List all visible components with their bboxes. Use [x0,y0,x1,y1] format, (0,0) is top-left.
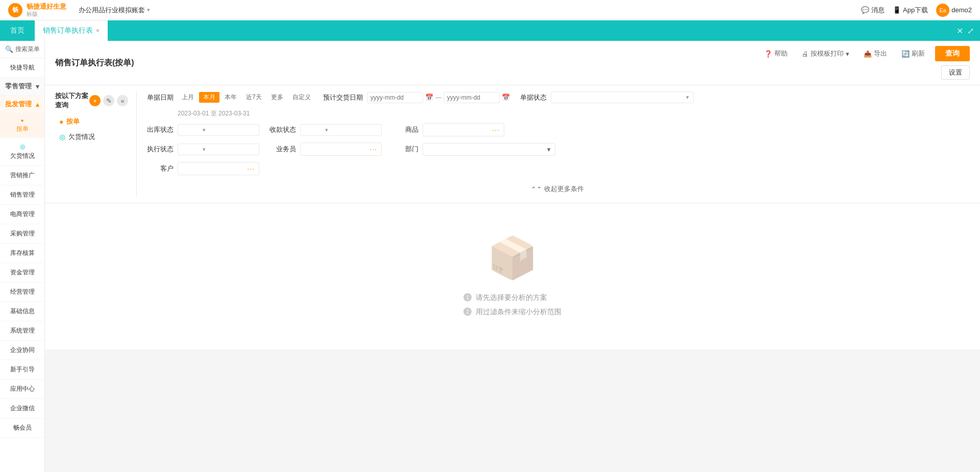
message-icon: 💬 [861,6,869,14]
collapse-sidebar-btn[interactable]: « [117,95,128,106]
filter-section-title: 按以下方案查询 [55,91,89,110]
expected-date-range: 📅 — 📅 [367,92,510,103]
help-btn[interactable]: ❓ 帮助 [760,47,792,60]
dept-arrow-icon: ▾ [547,146,551,153]
sidebar-item-guide[interactable]: 新手引导 [0,360,44,380]
app-download-btn[interactable]: 📱 App下载 [893,6,928,15]
sidebar-item-system[interactable]: 系统管理 [0,321,44,341]
calendar-end-icon: 📅 [502,93,510,101]
dept-select[interactable]: ▾ [423,143,555,156]
empty-tips: 1 请先选择要分析的方案 2 用过滤条件来缩小分析范围 [463,290,561,319]
status-select[interactable]: ▾ [551,91,694,103]
filter-row-2: 出库状态 ▾ 收款状态 ▾ [145,123,970,136]
refresh-btn[interactable]: 🔄 刷新 [897,47,929,60]
refresh-icon: 🔄 [901,50,910,58]
sidebar-item-ecommerce[interactable]: 电商管理 [0,205,44,224]
goods-select[interactable]: ··· [423,123,504,136]
filter-method-shortage[interactable]: ◎ 欠货情况 [55,129,128,145]
close-window-icon[interactable]: ✕ [957,26,963,36]
add-method-btn[interactable]: + [89,95,101,106]
tab-close-icon[interactable]: × [96,27,100,34]
appstore-label: 应用中心 [10,385,35,393]
collapse-filter-btn[interactable]: ⌃⌃ 收起更多条件 [145,181,970,197]
salesman-select[interactable]: ··· [300,143,382,156]
sidebar-item-collab[interactable]: 企业协同 [0,341,44,360]
date-tab-current-year[interactable]: 本年 [220,92,241,103]
sidebar-item-sales[interactable]: 销售管理 [0,185,44,205]
date-tab-custom[interactable]: 自定义 [288,92,315,103]
search-menu-btn[interactable]: 🔍 搜索菜单 [0,41,44,58]
export-btn[interactable]: 📤 导出 [860,47,891,60]
print-arrow-icon: ▾ [846,50,849,58]
sidebar-sub-item-shortage[interactable]: ◎ 欠货情况 [0,138,44,166]
filter-row-3: 执行状态 ▾ 业务员 ··· [145,143,970,156]
goods-more-icon: ··· [492,126,500,134]
message-btn[interactable]: 💬 消息 [861,6,885,15]
date-tab-7days[interactable]: 近7天 [242,92,266,103]
tip-text-1: 请先选择要分析的方案 [476,290,547,304]
expected-date-end[interactable] [444,92,500,103]
status-select-arrow: ▾ [686,94,689,101]
double-arrow-icon: « [120,97,124,105]
date-tabs: 上月 本月 本年 近7天 更多 自定义 [178,92,315,103]
app-name: 畅捷通好生意 [27,3,66,11]
inventory-label: 库存核算 [10,249,35,257]
sidebar-item-operations[interactable]: 经营管理 [0,282,44,302]
shortage-method-label: 欠货情况 [68,132,95,141]
tab-sales-order[interactable]: 销售订单执行表 × [35,20,108,41]
expected-date-label: 预计交货日期 [323,93,363,102]
tab-home[interactable]: 首页 [0,20,35,41]
exec-select[interactable]: ▾ [178,144,259,155]
sidebar-sub-item-order[interactable]: ● 按单 [0,113,44,138]
exec-arrow-icon: ▾ [203,146,206,153]
payment-select[interactable]: ▾ [300,124,382,136]
collapse-icon: ⌃⌃ [531,185,542,193]
sidebar-item-finance[interactable]: 资金管理 [0,263,44,282]
customer-filter-group: 客户 ··· [145,162,259,175]
edit-method-btn[interactable]: ✎ [103,95,114,106]
delivery-select[interactable]: ▾ [178,124,259,136]
dept-filter-group: 部门 ▾ [390,143,555,156]
order-dot-icon: ● [20,117,23,123]
sidebar-item-inventory[interactable]: 库存核算 [0,244,44,263]
sidebar-item-wechat[interactable]: 企业微信 [0,399,44,418]
user-menu[interactable]: Ea demo2 [936,4,972,17]
exec-label: 执行状态 [145,145,174,154]
sidebar-item-wholesale[interactable]: 批发管理 ▴ [0,96,44,113]
query-button[interactable]: 查询 [935,46,970,61]
sidebar-item-member[interactable]: 畅会员 [0,418,44,438]
expected-date-start[interactable] [367,92,423,103]
sidebar-item-quick-nav[interactable]: 快捷导航 [0,58,44,78]
sidebar-item-purchase[interactable]: 采购管理 [0,224,44,244]
chevron-down-icon: ▾ [36,83,39,90]
customer-select[interactable]: ··· [178,162,259,175]
date-tab-more[interactable]: 更多 [267,92,287,103]
filter-method-order[interactable]: ● 按单 [55,114,128,129]
account-selector[interactable]: 办公用品行业模拟账套 ▾ [79,6,150,15]
search-icon: 🔍 [5,45,13,53]
sidebar-item-appstore[interactable]: 应用中心 [0,380,44,399]
filter-layout: 按以下方案查询 + ✎ « ● 按单 [55,91,970,197]
date-label: 单据日期 [145,93,174,102]
maximize-icon[interactable]: ⤢ [967,26,974,36]
sidebar-item-retail[interactable]: 零售管理 ▾ [0,78,44,96]
date-tab-last-month[interactable]: 上月 [178,92,198,103]
logo-icon: 畅 [8,3,22,17]
date-range-hint: 2023-03-01 至 2023-03-31 [145,109,970,118]
quick-nav-label: 快捷导航 [10,63,35,72]
tip-number-2: 2 [463,308,472,316]
settings-button[interactable]: 设置 [941,65,970,80]
delivery-arrow-icon: ▾ [203,127,206,133]
salesman-more-icon: ··· [370,145,377,153]
download-icon: 📱 [893,6,901,14]
dept-label: 部门 [390,145,419,154]
filter-row-1: 单据日期 上月 本月 本年 近7天 更多 自定义 预计交货日期 [145,91,970,103]
page-header: 销售订单执行表(按单) ❓ 帮助 🖨 按模板打印 ▾ 📤 导出 [45,41,980,85]
date-tab-current-month[interactable]: 本月 [199,92,219,103]
payment-label: 收款状态 [267,125,296,134]
sidebar-item-basics[interactable]: 基础信息 [0,302,44,321]
topbar-right: 💬 消息 📱 App下载 Ea demo2 [861,4,972,17]
print-btn[interactable]: 🖨 按模板打印 ▾ [798,47,853,60]
salesman-filter-group: 业务员 ··· [267,143,382,156]
sidebar-item-marketing[interactable]: 营销推广 [0,166,44,185]
